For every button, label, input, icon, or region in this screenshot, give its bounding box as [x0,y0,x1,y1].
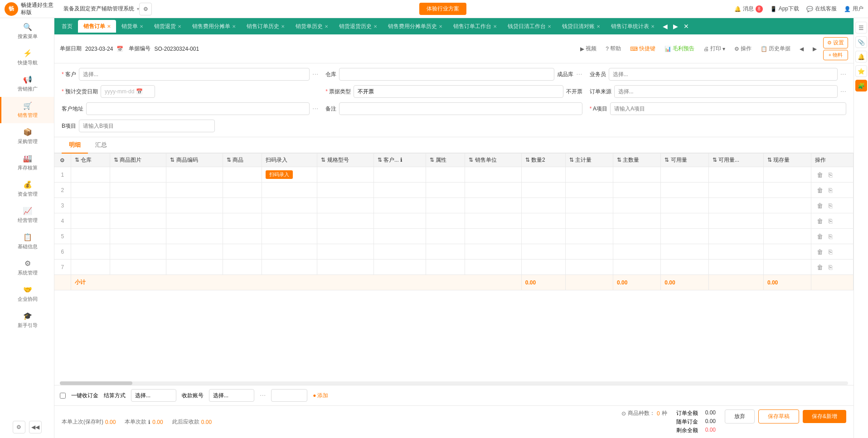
scan-btn[interactable]: 扫码录入 [266,170,293,179]
tab-close-icon[interactable]: ✕ [439,24,442,29]
row-delete-btn[interactable]: 🗑 [815,217,825,226]
row-delete-btn[interactable]: 🗑 [815,263,825,272]
toolbar-nav-next[interactable]: ▶ [810,45,820,53]
sidebar-item-search[interactable]: 🔍 搜索菜单 [0,18,54,44]
tab-summary[interactable]: 汇总 [88,137,114,154]
row-copy-btn[interactable]: ⎘ [827,247,834,256]
warehouse-input[interactable] [339,68,554,81]
save-new-btn[interactable]: 保存&新增 [803,410,846,423]
tab-close-icon[interactable]: ✕ [548,24,551,29]
row-spec[interactable] [317,167,373,183]
tab-sales-return[interactable]: 销货单 ✕ [116,20,149,33]
tab-next-btn[interactable]: ▶ [670,23,681,30]
order-source-ellipsis-icon[interactable]: ··· [840,87,846,96]
toolbar-print-btn[interactable]: 🖨 打印 ▾ [701,44,728,53]
row-copy-btn[interactable]: ⎘ [827,217,834,226]
toolbar-history-btn[interactable]: 📋 历史单据 [758,44,793,53]
delivery-date-input[interactable]: yyyy-mm-dd 📅 [101,85,155,98]
row-delete-btn[interactable]: 🗑 [815,232,825,241]
row-sales-unit[interactable] [465,167,521,183]
one-click-checkbox[interactable] [60,393,66,399]
tab-close-icon[interactable]: ✕ [493,24,497,29]
sidebar-item-basic[interactable]: 📋 基础信息 [0,228,54,255]
staff-input[interactable] [609,68,838,81]
app-download[interactable]: 📱 App下载 [770,5,799,13]
settings-btn[interactable]: ⚙ 设置 [823,37,848,48]
sidebar-item-purchase[interactable]: 📦 采购管理 [0,123,54,149]
tab-refund-history[interactable]: 销货退货历史 ✕ [334,20,383,33]
tab-close-icon[interactable]: ✕ [651,24,655,29]
row-scan[interactable]: 扫码录入 [262,167,317,183]
toolbar-nav-prev[interactable]: ◀ [797,45,806,53]
settings-icon[interactable]: ⚙ [139,3,152,15]
toolbar-shortcut-btn[interactable]: ⌨ 快捷键 [627,44,658,53]
toolbar-preview-btn[interactable]: ▶ 视频 [577,44,599,53]
project-b-input[interactable] [79,120,215,132]
row-copy-btn[interactable]: ⎘ [827,186,834,195]
toolbar-actions-btn[interactable]: ⚙ 操作 [732,44,754,53]
account-ellipsis-icon[interactable]: ··· [260,391,266,399]
float-bell-btn[interactable]: 🔔 [855,51,867,63]
customer-input[interactable] [79,68,310,81]
staff-ellipsis-icon[interactable]: ··· [840,70,846,78]
row-copy-btn[interactable]: ⎘ [827,232,834,241]
horizontal-scrollbar[interactable] [60,381,848,385]
tab-close-icon[interactable]: ✕ [596,24,600,29]
tab-sales-refund[interactable]: 销货退货 ✕ [149,20,187,33]
row-attr[interactable] [426,167,465,183]
row-main-qty[interactable] [613,167,660,183]
row-code[interactable] [166,167,223,183]
industry-btn[interactable]: 体验行业方案 [419,3,466,15]
row-delete-btn[interactable]: 🗑 [815,170,825,179]
sidebar-item-finance[interactable]: 💰 资金管理 [0,176,54,202]
tab-expense-history[interactable]: 销售费用分摊单历史 ✕ [383,20,448,33]
account-select[interactable]: 选择... [209,389,254,402]
warehouse-ellipsis-icon[interactable]: ··· [576,70,582,78]
col-settings[interactable]: ⚙ [54,154,71,167]
tab-order-workbench[interactable]: 销售订单工作台 ✕ [448,20,502,33]
order-source-input[interactable] [614,85,838,98]
tab-close-icon[interactable]: ✕ [232,24,236,29]
project-a-input[interactable] [610,102,846,115]
row-copy-btn[interactable]: ⎘ [827,170,834,179]
row-delete-btn[interactable]: 🗑 [815,247,825,256]
row-customer-no[interactable] [373,167,426,183]
add-material-btn[interactable]: + 物料 [823,50,848,60]
remark-input[interactable] [339,102,582,115]
tab-cash-workbench[interactable]: 钱贷日清工作台 ✕ [502,20,557,33]
sidebar-item-quick-nav[interactable]: ⚡ 快捷导航 [0,44,54,71]
row-delete-btn[interactable]: 🗑 [815,186,825,195]
invoice-type-select[interactable]: 不开票 [354,85,563,98]
tab-order-stat[interactable]: 销售订单统计表 ✕ [606,20,660,33]
sidebar-item-marketing[interactable]: 📢 营销推广 [0,71,54,97]
address-ellipsis-icon[interactable]: ··· [312,105,318,113]
calendar-icon[interactable]: 📅 [116,46,123,52]
float-attach-btn[interactable]: 📎 [855,36,867,48]
tab-expense-split[interactable]: 销售费用分摊单 ✕ [187,20,241,33]
tab-prev-btn[interactable]: ◀ [660,23,670,30]
tab-return-history[interactable]: 销货单历史 ✕ [290,20,334,33]
user-area[interactable]: 👤 用户 [844,5,863,13]
sidebar-settings-btn[interactable]: ⚙ [13,421,25,433]
float-plugin-btn[interactable]: 🧩 [855,80,867,91]
customer-ellipsis-icon[interactable]: ··· [312,70,318,78]
tab-close-icon[interactable]: ✕ [140,24,143,29]
tab-close-icon[interactable]: ✕ [178,24,181,29]
address-input[interactable] [86,102,310,115]
discard-btn[interactable]: 放弃 [725,409,755,424]
add-payment-btn[interactable]: ● 添加 [313,392,328,399]
sidebar-item-cooperation[interactable]: 🤝 企业协同 [0,281,54,307]
sidebar-item-inventory[interactable]: 🏭 库存核算 [0,149,54,176]
notification-area[interactable]: 🔔 消息 8 [734,5,763,13]
tab-close-icon[interactable]: ✕ [373,24,377,29]
toolbar-profit-btn[interactable]: 📊 毛利预告 [662,44,697,53]
tab-close-icon[interactable]: ✕ [281,24,285,29]
float-star-btn[interactable]: ⭐ [855,65,867,77]
amount-input[interactable]: 0.00 [271,389,307,402]
toolbar-help-btn[interactable]: ? 帮助 [603,44,624,53]
row-copy-btn[interactable]: ⎘ [827,263,834,272]
sidebar-item-sales[interactable]: 🛒 销售管理 [0,97,54,123]
tab-detail[interactable]: 明细 [62,137,88,154]
sidebar-item-system[interactable]: ⚙ 系统管理 [0,255,54,281]
tab-cash-reconcile[interactable]: 钱贷日清对账 ✕ [557,20,606,33]
